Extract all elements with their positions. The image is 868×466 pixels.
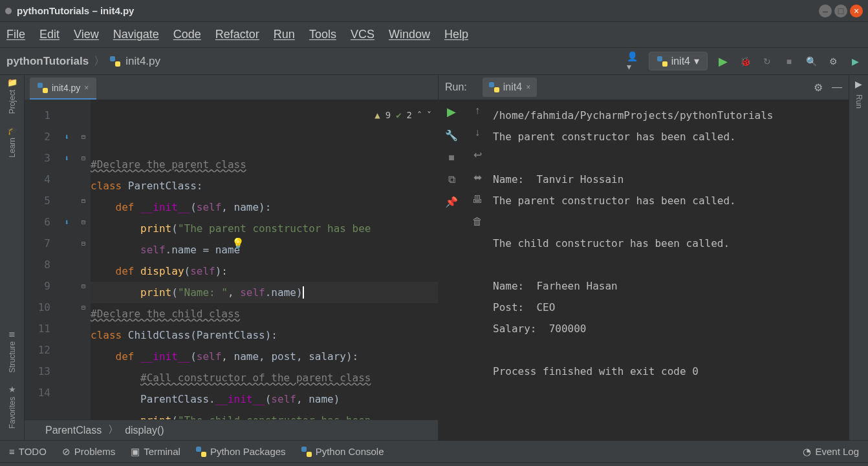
run-panel: Run: init4 × ⚙ — ▶ 🔧 ■ ⧉ 📌 ↑ ↓ ↩ [439, 75, 849, 440]
menu-help[interactable]: Help [444, 28, 468, 41]
icon-gutter: ⬇⬇⬇ [57, 100, 76, 419]
run-config-label: init4 [671, 56, 690, 67]
structure-icon[interactable]: ≣ [8, 329, 16, 339]
rail-structure[interactable]: Structure [8, 341, 17, 373]
status-bar: ▢ 7:35 LF UTF-8 4 spaces Python 3.8 (pyt… [0, 462, 868, 466]
menu-code[interactable]: Code [173, 28, 201, 41]
menu-run[interactable]: Run [274, 28, 295, 41]
ok-count: 2 [407, 105, 412, 126]
run-actions-col2: ↑ ↓ ↩ ⬌ 🖶 🗑 [464, 100, 490, 440]
menu-edit[interactable]: Edit [39, 28, 60, 41]
code-editor[interactable]: 1234567891011121314 ⬇⬇⬇ ⊟⊟⊟⊟⊟⊟⊟ ▲ 9 ✔ 2 … [25, 100, 438, 419]
bottom-tool-bar: ≡TODO ⊘Problems ▣Terminal Python Package… [0, 440, 868, 462]
run-settings-icon[interactable]: ⚙ [814, 81, 823, 94]
run-button[interactable]: ▶ [717, 55, 730, 68]
window-title: pythonTutorials – init4.py [17, 5, 134, 16]
line-gutter: 1234567891011121314 [25, 100, 57, 419]
ok-icon: ✔ [396, 105, 401, 126]
run-config-selector[interactable]: init4 ▾ [649, 52, 708, 70]
learn-icon[interactable]: 🎓 [7, 125, 17, 135]
rail-learn[interactable]: Learn [8, 138, 17, 158]
chevron-icon: 〉 [94, 54, 105, 69]
breadcrumb-file[interactable]: init4.py [125, 55, 160, 68]
todo-button[interactable]: ≡TODO [9, 446, 47, 457]
menu-bar: File Edit View Navigate Code Refactor Ru… [0, 22, 868, 48]
run-tab[interactable]: init4 × [483, 78, 537, 97]
close-tab-icon[interactable]: × [84, 83, 89, 92]
breadcrumb-root[interactable]: pythonTutorials [6, 55, 89, 68]
navigation-toolbar: pythonTutorials 〉 init4.py 👤▾ init4 ▾ ▶ … [0, 48, 868, 75]
project-icon[interactable]: 📁 [7, 78, 17, 87]
python-packages-button[interactable]: Python Packages [196, 446, 286, 457]
app-menu-icon[interactable] [5, 8, 12, 14]
run-actions-col1: ▶ 🔧 ■ ⧉ 📌 [439, 100, 464, 440]
menu-view[interactable]: View [74, 28, 99, 41]
maximize-button[interactable]: □ [834, 5, 847, 17]
softwrap-icon[interactable]: ↩ [473, 149, 482, 161]
minimize-panel-icon[interactable]: — [832, 81, 842, 94]
event-log-button[interactable]: ◔Event Log [803, 446, 859, 458]
titlebar: pythonTutorials – init4.py – □ × [0, 0, 868, 22]
intention-bulb-icon[interactable]: 💡 [232, 233, 244, 254]
favorites-icon[interactable]: ★ [8, 385, 16, 394]
close-button[interactable]: × [850, 5, 863, 17]
menu-file[interactable]: File [6, 28, 25, 41]
problems-button[interactable]: ⊘Problems [62, 446, 115, 458]
problems-icon: ⊘ [62, 446, 71, 458]
search-button[interactable]: 🔍 [805, 55, 818, 68]
eventlog-icon: ◔ [803, 446, 811, 458]
todo-icon: ≡ [9, 446, 15, 457]
down-icon[interactable]: ˅ [427, 105, 431, 126]
coverage-button[interactable]: ↻ [761, 55, 774, 68]
editor-breadcrumb: ParentClass 〉 display() [25, 419, 438, 440]
wrench-icon[interactable]: 🔧 [445, 129, 458, 142]
run-panel-title: Run: [445, 81, 467, 93]
stop-icon[interactable]: ■ [448, 152, 455, 164]
editor-tab-label: init4.py [52, 83, 80, 93]
python-console-button[interactable]: Python Console [301, 446, 384, 457]
pin-icon[interactable]: 📌 [445, 196, 458, 208]
run-rail-icon[interactable]: ▶ [855, 79, 862, 89]
close-run-tab-icon[interactable]: × [526, 83, 530, 92]
rail-project[interactable]: Project [8, 90, 17, 114]
python-file-icon [38, 83, 48, 93]
menu-window[interactable]: Window [389, 28, 430, 41]
python-icon [489, 82, 499, 92]
chevron-down-icon: ▾ [694, 55, 699, 67]
trash-icon[interactable]: 🗑 [472, 216, 483, 228]
settings-button[interactable]: ⚙ [827, 55, 840, 68]
ide-features-button[interactable]: ▶ [849, 55, 862, 68]
rerun-button[interactable]: ▶ [447, 105, 456, 119]
layout-icon[interactable]: ⧉ [448, 174, 455, 185]
rail-run-label[interactable]: Run [854, 94, 863, 109]
warning-count: 9 [385, 105, 391, 126]
breadcrumb-class[interactable]: ParentClass [45, 425, 102, 436]
breadcrumb-method[interactable]: display() [125, 425, 164, 436]
terminal-button[interactable]: ▣Terminal [131, 446, 180, 458]
left-tool-rail: 📁 Project 🎓 Learn ≣ Structure ★ Favorite… [0, 75, 25, 440]
python-file-icon [110, 56, 120, 67]
user-icon[interactable]: 👤▾ [627, 55, 640, 68]
menu-tools[interactable]: Tools [309, 28, 336, 41]
up-arrow-icon[interactable]: ↑ [475, 105, 480, 116]
scroll-icon[interactable]: ⬌ [473, 171, 482, 184]
minimize-button[interactable]: – [819, 5, 832, 17]
down-arrow-icon[interactable]: ↓ [475, 127, 480, 138]
rail-favorites[interactable]: Favorites [8, 397, 17, 429]
right-tool-rail: ▶ Run [849, 75, 868, 440]
inspection-widget[interactable]: ▲ 9 ✔ 2 ˄ ˅ [374, 105, 431, 126]
run-tab-label: init4 [503, 81, 522, 93]
stop-button[interactable]: ■ [783, 55, 796, 68]
editor-tab[interactable]: init4.py × [30, 78, 96, 100]
console-output[interactable]: /home/fahmida/PycharmProjects/pythonTuto… [490, 100, 849, 440]
menu-refactor[interactable]: Refactor [215, 28, 259, 41]
terminal-icon: ▣ [131, 446, 140, 458]
chevron-icon: 〉 [108, 423, 118, 437]
menu-vcs[interactable]: VCS [351, 28, 374, 41]
menu-navigate[interactable]: Navigate [113, 28, 159, 41]
print-icon[interactable]: 🖶 [472, 194, 483, 206]
python-icon [301, 447, 312, 457]
debug-button[interactable]: 🐞 [739, 55, 752, 68]
code-content[interactable]: ▲ 9 ✔ 2 ˄ ˅ 💡 #Declare the parent classc… [91, 100, 438, 419]
up-icon[interactable]: ˄ [417, 105, 422, 126]
